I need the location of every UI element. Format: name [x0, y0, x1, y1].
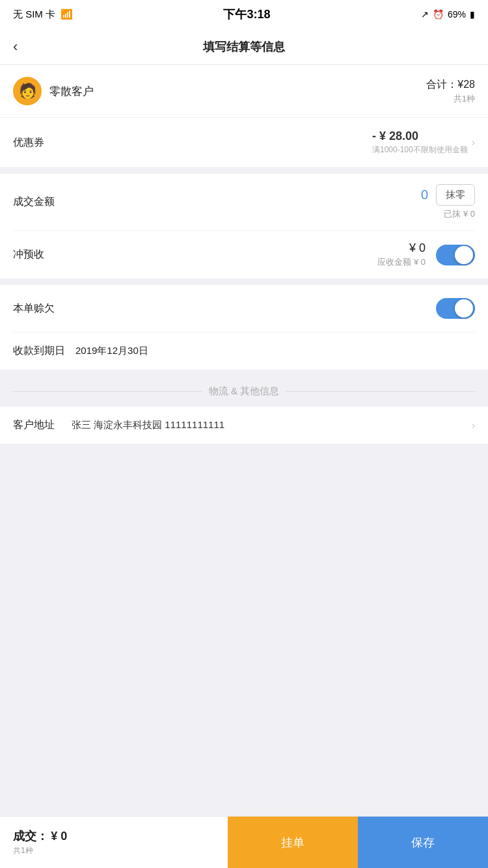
address-chevron-icon: › — [472, 420, 475, 431]
coupon-amount: - ¥ 28.00 — [372, 129, 468, 143]
coupon-chevron-icon: › — [472, 137, 475, 148]
footer-deal-label: 成交： ¥ 0 — [13, 828, 215, 844]
coupon-desc: 满1000-100不限制使用金额 — [372, 144, 468, 156]
status-bar: 无 SIM 卡 📶 下午3:18 ↗ ⏰ 69% ▮ — [0, 0, 488, 29]
status-right: ↗ ⏰ 69% ▮ — [421, 9, 475, 20]
divider-line-right — [286, 391, 475, 392]
footer-count-label: 共1种 — [13, 845, 215, 856]
spacer — [0, 450, 488, 515]
pre-sub-amount: 应收金额 ¥ 0 — [377, 256, 426, 268]
customer-row: 🧑 零散客户 合计：¥28 共1种 — [0, 65, 488, 117]
debit-row: 本单赊欠 — [13, 285, 475, 332]
hold-button[interactable]: 挂单 — [228, 817, 358, 868]
footer-deal-prefix: 成交： — [13, 830, 48, 843]
pre-receive-right: ¥ 0 应收金额 ¥ 0 — [377, 241, 475, 268]
wifi-icon: 📶 — [61, 8, 73, 20]
address-section: 客户地址 张三 海淀永丰科技园 11111111111 › — [0, 407, 488, 444]
debit-section: 本单赊欠 收款到期日 2019年12月30日 — [0, 285, 488, 370]
avatar: 🧑 — [13, 77, 42, 105]
customer-left: 🧑 零散客户 — [13, 77, 94, 105]
battery-label: 69% — [448, 9, 466, 20]
divider-line-left — [13, 391, 202, 392]
battery-icon: ▮ — [470, 9, 475, 20]
deal-amount-value[interactable]: 0 — [402, 187, 428, 202]
coupon-right: - ¥ 28.00 满1000-100不限制使用金额 › — [372, 129, 475, 156]
back-button[interactable]: ‹ — [13, 38, 18, 55]
pre-receive-toggle[interactable] — [436, 245, 475, 265]
coupon-row[interactable]: 优惠券 - ¥ 28.00 满1000-100不限制使用金额 › — [0, 117, 488, 167]
pre-receive-amounts: ¥ 0 应收金额 ¥ 0 — [377, 241, 426, 268]
coupon-label: 优惠券 — [13, 136, 44, 150]
footer-deal-amount: ¥ 0 — [51, 830, 67, 843]
pre-receive-label: 冲预收 — [13, 248, 65, 262]
round-button[interactable]: 抹零 — [436, 184, 475, 206]
address-value: 张三 海淀永丰科技园 11111111111 — [72, 419, 472, 431]
logistics-label: 物流 & 其他信息 — [209, 385, 279, 398]
due-date-label: 收款到期日 — [13, 344, 65, 358]
deal-amount-label: 成交金额 — [13, 195, 65, 209]
nav-title: 填写结算等信息 — [203, 39, 285, 55]
carrier-label: 无 SIM 卡 — [13, 8, 55, 21]
customer-section: 🧑 零散客户 合计：¥28 共1种 优惠券 - ¥ 28.00 满1000-10… — [0, 65, 488, 167]
deal-amount-right: 0 抹零 — [402, 184, 475, 206]
customer-name: 零散客户 — [49, 84, 94, 99]
due-date-value[interactable]: 2019年12月30日 — [75, 345, 148, 357]
deal-amount-row: 成交金额 0 抹零 已抹 ¥ 0 — [13, 174, 475, 231]
save-button[interactable]: 保存 — [358, 817, 488, 868]
address-row[interactable]: 客户地址 张三 海淀永丰科技园 11111111111 › — [0, 407, 488, 444]
debit-label: 本单赊欠 — [13, 302, 55, 316]
deal-amount-sub: 已抹 ¥ 0 — [444, 208, 475, 220]
debit-toggle[interactable] — [436, 298, 475, 319]
nav-bar: ‹ 填写结算等信息 — [0, 29, 488, 65]
logistics-divider: 物流 & 其他信息 — [0, 376, 488, 407]
alarm-icon: ⏰ — [433, 9, 444, 20]
total-label: 合计：¥28 — [426, 78, 475, 92]
footer: 成交： ¥ 0 共1种 挂单 保存 — [0, 816, 488, 868]
avatar-icon: 🧑 — [19, 83, 36, 100]
status-left: 无 SIM 卡 📶 — [13, 8, 73, 21]
time-label: 下午3:18 — [223, 7, 270, 22]
location-icon: ↗ — [421, 9, 429, 20]
customer-right: 合计：¥28 共1种 — [426, 78, 475, 105]
form-section: 成交金额 0 抹零 已抹 ¥ 0 冲预收 ¥ 0 应收金额 ¥ 0 — [0, 174, 488, 278]
pre-main-amount: ¥ 0 — [377, 241, 426, 255]
footer-info: 成交： ¥ 0 共1种 — [0, 817, 228, 868]
count-label: 共1种 — [426, 93, 475, 105]
pre-receive-row: 冲预收 ¥ 0 应收金额 ¥ 0 — [13, 231, 475, 278]
address-label: 客户地址 — [13, 418, 59, 432]
due-date-row: 收款到期日 2019年12月30日 — [13, 332, 475, 370]
